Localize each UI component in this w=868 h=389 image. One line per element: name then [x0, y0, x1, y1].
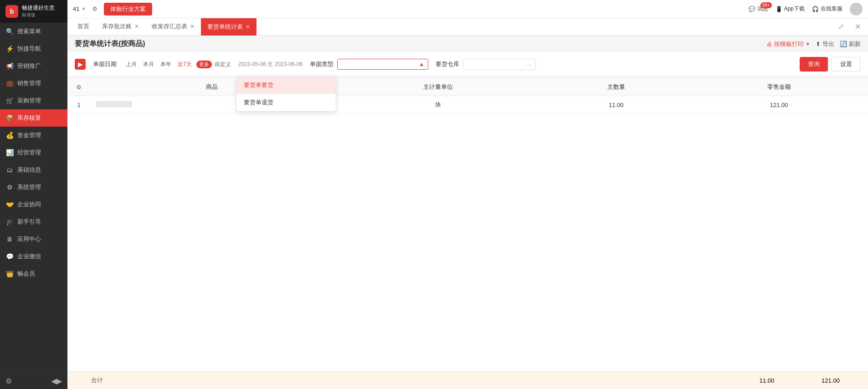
sidebar-item-marketing[interactable]: 📢 营销推广	[0, 57, 67, 75]
topbar-left: 41 ▼ ⚙ 体验行业方案	[73, 3, 745, 15]
tab-summary-close[interactable]: ✕	[190, 23, 195, 30]
refresh-btn[interactable]: 🔄 刷新	[840, 40, 861, 48]
weixin-icon: 💬	[5, 252, 14, 261]
tab-home-label: 首页	[77, 22, 89, 31]
data-table: ⚙ 商品 主计量单位 主数量 零售金额 1 块 11.00	[67, 78, 868, 114]
apps-icon: 🖥	[5, 235, 14, 243]
sidebar-item-label: 搜索菜单	[17, 27, 41, 36]
sidebar-item-label: 库存核算	[17, 114, 41, 122]
query-btn[interactable]: 查询	[800, 57, 828, 72]
date-this-month-btn[interactable]: 本月	[141, 60, 156, 69]
tab-summary-label: 收发存汇总表	[152, 22, 187, 31]
tab-batch[interactable]: 库存批次账 ✕	[96, 18, 145, 36]
footer-qty: 11.00	[735, 377, 799, 384]
page-title: 要货单统计表(按商品)	[75, 39, 145, 49]
refresh-label: 刷新	[849, 40, 861, 48]
date-custom-btn[interactable]: 自定义	[215, 61, 231, 68]
sidebar-item-inventory[interactable]: 📦 库存核算	[0, 109, 67, 127]
sidebar-item-label: 基础信息	[17, 166, 41, 174]
sidebar-item-sales[interactable]: 💼 销售管理	[0, 75, 67, 92]
date-shortcuts: 上月 本月 本年 近7天 更多 自定义	[124, 60, 231, 69]
tab-batch-close[interactable]: ✕	[134, 23, 139, 30]
row-unit: 块	[334, 96, 543, 114]
filter-expand-btn[interactable]: ▶	[75, 59, 86, 70]
system-icon: ⚙	[5, 183, 14, 191]
settings-icon[interactable]: ⚙	[5, 377, 12, 385]
type-select[interactable]: ▲	[337, 59, 428, 70]
warehouse-label: 要货仓库	[436, 60, 459, 68]
guide-icon: 🎓	[5, 218, 14, 226]
print-arrow-icon: ▼	[806, 41, 810, 46]
row-index: 1	[67, 96, 90, 114]
app-label: App下载	[784, 5, 805, 13]
date-7days-btn[interactable]: 近7天	[176, 60, 194, 69]
warehouse-select[interactable]: ···	[463, 59, 536, 70]
search-icon: 🔍	[5, 27, 14, 36]
avatar[interactable]	[850, 3, 863, 15]
product-placeholder	[96, 101, 132, 107]
topbar-right: 💬 消息 99+ 📱 App下载 🎧 在线客服	[749, 3, 863, 15]
sidebar-item-purchase[interactable]: 🛒 采购管理	[0, 92, 67, 109]
row-qty: 11.00	[542, 96, 690, 114]
date-more-btn[interactable]: 更多	[196, 61, 212, 68]
filter-settings-btn[interactable]: 设置	[832, 57, 861, 72]
sidebar-item-guide[interactable]: 🎓 新手引导	[0, 213, 67, 230]
col-qty: 主数量	[542, 78, 690, 96]
message-btn[interactable]: 💬 消息 99+	[749, 5, 768, 13]
refresh-icon: 🔄	[840, 41, 847, 47]
service-btn[interactable]: 🎧 在线客服	[812, 5, 842, 13]
tab-summary[interactable]: 收发存汇总表 ✕	[145, 18, 201, 36]
sidebar-item-label: 经营管理	[17, 148, 41, 157]
sidebar-item-label: 快捷导航	[17, 45, 41, 53]
topbar-settings-btn[interactable]: ⚙	[89, 4, 100, 15]
tab-home[interactable]: 首页	[71, 18, 96, 36]
sidebar-item-apps[interactable]: 🖥 应用中心	[0, 230, 67, 248]
quick-icon: ⚡	[5, 45, 14, 53]
collab-icon: 🤝	[5, 200, 14, 209]
sidebar-item-finance[interactable]: 💰 资金管理	[0, 127, 67, 144]
sidebar-collapse-btn[interactable]: ◀▶	[51, 377, 62, 385]
column-settings-btn[interactable]: ⚙	[67, 78, 90, 96]
sidebar-nav: 🔍 搜索菜单 ⚡ 快捷导航 📢 营销推广 💼 销售管理 🛒 采购管理 📦 库存核…	[0, 23, 67, 373]
sidebar-item-operations[interactable]: 📊 经营管理	[0, 144, 67, 161]
col-unit: 主计量单位	[334, 78, 543, 96]
app-icon: 📱	[776, 6, 782, 12]
sidebar-item-search[interactable]: 🔍 搜索菜单	[0, 23, 67, 40]
date-last-month-btn[interactable]: 上月	[124, 60, 139, 69]
sidebar-item-member[interactable]: 👑 畅会员	[0, 265, 67, 282]
trial-button[interactable]: 体验行业方案	[104, 3, 152, 15]
message-icon: 💬	[749, 6, 755, 12]
store-selector[interactable]: 41 ▼	[73, 5, 86, 12]
date-this-year-btn[interactable]: 本年	[159, 60, 173, 69]
tab-expand-btn[interactable]: ⤢	[834, 22, 847, 31]
print-label: 按模板打印	[774, 40, 804, 48]
type-label: 单据类型	[310, 60, 334, 68]
sidebar-item-basic[interactable]: 🗂 基础信息	[0, 161, 67, 179]
sidebar-item-collab[interactable]: 🤝 企业协同	[0, 196, 67, 213]
print-icon: 🖨	[766, 41, 772, 47]
finance-icon: 💰	[5, 131, 14, 139]
inventory-icon: 📦	[5, 114, 14, 122]
sidebar-item-system[interactable]: ⚙ 系统管理	[0, 179, 67, 196]
purchase-icon: 🛒	[5, 97, 14, 105]
tab-requisition-close[interactable]: ✕	[246, 24, 250, 30]
dropdown-item-requisition[interactable]: 要货单要货	[236, 77, 336, 94]
page-header: 要货单统计表(按商品) 🖨 按模板打印 ▼ ⬆ 导出 🔄 刷新	[67, 36, 868, 52]
dropdown-item-return[interactable]: 要货单退货	[236, 94, 336, 111]
filter-actions: 查询 设置	[800, 57, 861, 72]
tabbar: 首页 库存批次账 ✕ 收发存汇总表 ✕ 要货单统计表 ✕ ⤢ ✕	[67, 18, 868, 36]
sidebar-item-weixin[interactable]: 💬 企业微信	[0, 248, 67, 265]
data-table-container: ⚙ 商品 主计量单位 主数量 零售金额 1 块 11.00	[67, 78, 868, 371]
filter-bar: ▶ 单据日期 上月 本月 本年 近7天 更多 自定义 2023-05-06 至 …	[67, 52, 868, 77]
app-download-btn[interactable]: 📱 App下载	[776, 5, 805, 13]
export-btn[interactable]: ⬆ 导出	[816, 40, 834, 48]
sales-icon: 💼	[5, 79, 14, 87]
tab-close-all-btn[interactable]: ✕	[851, 22, 864, 31]
tab-requisition[interactable]: 要货单统计表 ✕	[201, 18, 257, 36]
print-btn[interactable]: 🖨 按模板打印 ▼	[766, 40, 810, 48]
sidebar-logo: b 畅捷通好生意 标准版	[0, 0, 67, 23]
sidebar-item-quick[interactable]: ⚡ 快捷导航	[0, 40, 67, 57]
export-label: 导出	[822, 40, 834, 48]
marketing-icon: 📢	[5, 62, 14, 70]
tab-requisition-label: 要货单统计表	[207, 23, 243, 31]
